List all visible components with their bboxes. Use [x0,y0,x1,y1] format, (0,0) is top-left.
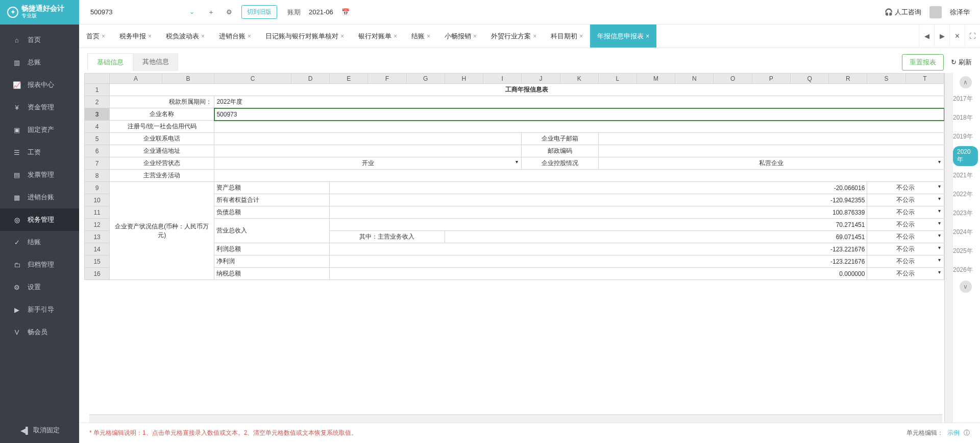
tab[interactable]: 税务申报× [112,25,159,48]
column-header[interactable]: B [162,74,214,84]
status-dropdown[interactable]: 开业 [214,157,522,170]
sidebar-item[interactable]: ▥总账 [0,51,79,74]
row-header[interactable]: 10 [85,194,110,206]
tab-scroll-right[interactable]: ▶ [934,25,949,48]
row-header[interactable]: 14 [85,243,110,255]
holding-dropdown[interactable]: 私营企业 [598,157,944,170]
year-item[interactable]: 2025年 [953,242,978,261]
avatar[interactable] [929,6,942,18]
row-header[interactable]: 12 [85,219,110,231]
tab[interactable]: 进销台账× [212,25,258,48]
sidebar-item[interactable]: ✓结账 [0,231,79,253]
column-header[interactable] [85,74,110,84]
example-link[interactable]: 示例 [947,429,960,437]
column-header[interactable]: O [714,74,752,84]
settings-icon[interactable]: ⚙ [223,6,235,18]
column-header[interactable]: G [406,74,445,84]
year-down-button[interactable]: ∨ [960,281,972,293]
row-header[interactable]: 3 [85,108,110,121]
year-up-button[interactable]: ∧ [960,76,972,88]
tab-scroll-left[interactable]: ◀ [919,25,934,48]
row-header[interactable]: 4 [85,121,110,133]
column-header[interactable]: D [291,74,329,84]
period-value-cell[interactable]: 2022年度 [214,96,944,108]
close-icon[interactable]: × [148,33,152,40]
tab[interactable]: 外贸行业方案× [484,25,544,48]
column-header[interactable]: P [752,74,790,84]
column-header[interactable]: M [637,74,675,84]
close-icon[interactable]: × [394,33,397,40]
column-header[interactable]: J [522,74,560,84]
row-header[interactable]: 2 [85,96,110,108]
tab[interactable]: 日记账与银行对账单核对× [258,25,351,48]
close-icon[interactable]: × [201,33,205,40]
column-header[interactable]: K [560,74,598,84]
row-header[interactable]: 7 [85,157,110,170]
year-item[interactable]: 2019年 [953,127,978,146]
vertical-scrollbar[interactable] [944,73,952,423]
sidebar-item[interactable]: 🗀归档管理 [0,253,79,276]
sidebar-item[interactable]: 📈报表中心 [0,74,79,96]
column-header[interactable]: Q [790,74,828,84]
row-header[interactable]: 15 [85,255,110,268]
column-header[interactable]: N [675,74,714,84]
tab[interactable]: 科目期初× [544,25,590,48]
column-header[interactable]: S [867,74,905,84]
sidebar-item[interactable]: ¥资金管理 [0,96,79,119]
column-header[interactable]: H [445,74,483,84]
column-header[interactable]: F [368,74,406,84]
column-header[interactable]: T [905,74,944,84]
column-header[interactable]: R [829,74,867,84]
sub-tab-basic[interactable]: 基础信息 [87,53,133,71]
add-button[interactable]: ＋ [205,6,217,18]
horizontal-scrollbar[interactable] [89,414,942,423]
row-header[interactable]: 6 [85,145,110,157]
help-icon[interactable]: ⓘ [964,429,970,437]
close-icon[interactable]: × [340,33,344,40]
sidebar-item[interactable]: ▣固定资产 [0,119,79,141]
row-header[interactable]: 13 [85,231,110,243]
row-header[interactable]: 8 [85,170,110,182]
column-header[interactable]: E [330,74,368,84]
value-company-name[interactable]: 500973 [214,108,944,121]
column-header[interactable]: I [483,74,522,84]
value-reg-code[interactable] [214,121,944,133]
year-item[interactable]: 2018年 [953,108,978,127]
year-item[interactable]: 2023年 [953,204,978,223]
calendar-icon[interactable]: 📅 [341,8,350,16]
year-item[interactable]: 2024年 [953,223,978,242]
old-version-button[interactable]: 切到旧版 [241,5,277,19]
period-label-cell[interactable]: 税款所属期间： [110,96,214,108]
year-item[interactable]: 2026年 [953,261,978,279]
close-icon[interactable]: × [579,33,583,40]
column-header[interactable]: L [598,74,636,84]
row-header[interactable]: 1 [85,84,110,96]
close-icon[interactable]: × [533,33,536,40]
label-company-name[interactable]: 企业名称 [110,108,214,121]
sidebar-item[interactable]: ☰工资 [0,141,79,164]
column-header[interactable]: C [214,74,291,84]
sidebar-item[interactable]: ▤发票管理 [0,164,79,186]
tab[interactable]: 首页× [79,25,112,48]
tab[interactable]: 结账× [404,25,437,48]
tab[interactable]: 小畅报销× [437,25,484,48]
year-item[interactable]: 2022年 [953,185,978,204]
tab[interactable]: 税负波动表× [159,25,212,48]
year-item[interactable]: 2017年 [953,89,978,108]
unpin-button[interactable]: ◀▌ 取消固定 [0,417,79,443]
sidebar-item[interactable]: ⌂首页 [0,29,79,51]
spreadsheet[interactable]: ABCDEFGHIJKLMNOPQRST 1 工商年报信息表 2 税款所属期间：… [84,73,944,280]
support-link[interactable]: 🎧 人工咨询 [885,8,921,17]
year-item[interactable]: 2020年 [953,146,978,166]
label-reg-code[interactable]: 注册号/统一社会信用代码 [110,121,214,133]
refresh-button[interactable]: ↻ 刷新 [951,58,972,67]
sidebar-item[interactable]: ◎税务管理 [0,208,79,231]
sidebar-item[interactable]: V畅会员 [0,321,79,343]
row-header[interactable]: 9 [85,182,110,194]
sheet-title[interactable]: 工商年报信息表 [110,84,944,96]
sidebar-item[interactable]: ▶新手引导 [0,298,79,321]
close-icon[interactable]: × [102,33,105,40]
close-icon[interactable]: × [248,33,251,40]
tab-close-all[interactable]: ✕ [949,25,965,48]
year-item[interactable]: 2021年 [953,166,978,185]
